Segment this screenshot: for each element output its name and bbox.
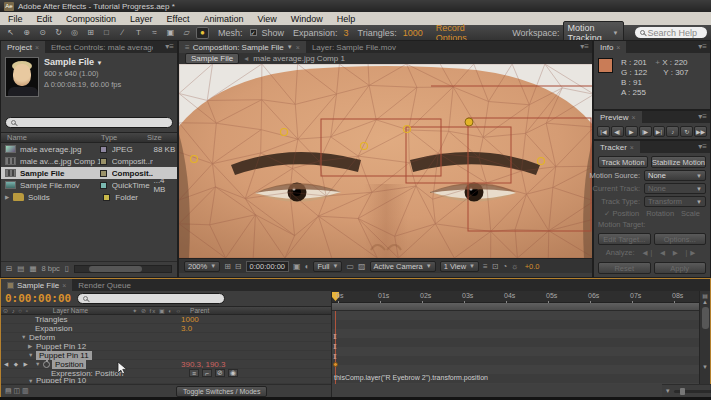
clone-stamp-tool[interactable]: ▣ xyxy=(164,27,177,39)
hand-tool[interactable]: ⊕ xyxy=(20,27,33,39)
panel-menu-icon[interactable]: ▾≡ xyxy=(698,42,707,51)
label-color-chip[interactable] xyxy=(103,194,110,201)
panel-menu-icon[interactable]: ▾≡ xyxy=(580,42,589,51)
prev-frame-button[interactable]: ◀| xyxy=(611,126,624,137)
exposure-value[interactable]: +0.0 xyxy=(525,262,540,271)
property-value[interactable]: 1000 xyxy=(181,315,199,324)
preview-item-name[interactable]: Sample File ▼ xyxy=(44,57,121,67)
track-motion-button[interactable]: Track Motion xyxy=(598,156,648,168)
transparency-grid-icon[interactable]: ▨ xyxy=(358,262,366,271)
options-button[interactable]: Options... xyxy=(654,233,707,245)
shape-tool[interactable]: □ xyxy=(100,27,113,39)
tab-tracker[interactable]: Tracker× xyxy=(594,141,640,153)
twirl-icon[interactable]: ▼ xyxy=(21,334,29,340)
interpret-footage-icon[interactable]: ⊟ xyxy=(6,264,12,273)
search-help-input[interactable]: Search Help xyxy=(635,27,707,38)
close-icon[interactable]: × xyxy=(62,282,66,289)
work-area-bar[interactable] xyxy=(332,303,701,311)
apply-button[interactable]: Apply xyxy=(654,262,707,274)
last-frame-button[interactable]: ▶| xyxy=(653,126,666,137)
project-item-solids[interactable]: ▶SolidsFolder xyxy=(1,191,177,203)
resolution-dropdown[interactable]: Full▼ xyxy=(313,261,342,272)
tab-timeline-comp[interactable]: Sample File× xyxy=(1,279,72,291)
tab-project[interactable]: Project× xyxy=(1,41,45,53)
view-layout-dropdown[interactable]: 1 View▼ xyxy=(440,261,479,272)
project-column-headers[interactable]: Name Type Size xyxy=(1,132,177,143)
project-item-sample-file[interactable]: Sample FileComposit..n xyxy=(1,167,177,179)
current-time-display[interactable]: 0:00:00:00 xyxy=(5,292,71,305)
timeline-zoom-slider[interactable] xyxy=(674,390,711,393)
menu-help[interactable]: Help xyxy=(337,14,356,24)
twirl-icon[interactable]: ▼ xyxy=(28,352,36,358)
twirl-icon[interactable]: ▼ xyxy=(28,378,36,384)
analyze-buttons[interactable]: ◀| ◀ ▶ |▶ xyxy=(642,249,698,257)
comp-marker-icon[interactable]: ▤ xyxy=(702,292,708,299)
menu-composition[interactable]: Composition xyxy=(66,14,116,24)
project-item-male-av-e-jpg-comp-1[interactable]: male av...e.jpg Comp 1Composit..n xyxy=(1,155,177,167)
puppet-pin-tool[interactable]: ● xyxy=(196,27,209,39)
tab-composition[interactable]: ≡ Composition: Sample File ▼ × xyxy=(179,41,306,53)
breadcrumb-parent[interactable]: male average.jpg Comp 1 xyxy=(253,54,345,63)
timeline-v-scrollbar[interactable]: ▤ ▲ ▼ xyxy=(699,291,710,384)
bit-depth-label[interactable]: 8 bpc xyxy=(41,264,59,273)
scroll-up-icon[interactable]: ▲ xyxy=(702,299,708,305)
layer-name-column[interactable]: Layer Name xyxy=(53,307,88,314)
menu-animation[interactable]: Animation xyxy=(203,14,243,24)
first-frame-button[interactable]: |◀ xyxy=(597,126,610,137)
unified-camera-tool[interactable]: ◎ xyxy=(68,27,81,39)
scale-checkbox[interactable]: Scale xyxy=(681,209,700,218)
scroll-down-icon[interactable]: ▼ xyxy=(702,364,708,370)
mesh-show-checkbox[interactable]: ✓ xyxy=(250,29,257,36)
track-type-dropdown[interactable]: Transform▼ xyxy=(644,196,706,207)
menu-file[interactable]: File xyxy=(8,14,23,24)
panel-menu-icon[interactable]: ▾≡ xyxy=(698,142,707,151)
selection-tool[interactable]: ↖ xyxy=(4,27,17,39)
twirl-icon[interactable]: ▼ xyxy=(35,361,43,367)
reset-button[interactable]: Reset xyxy=(598,262,651,274)
mask-visibility-icon[interactable]: ⊟ xyxy=(235,262,242,271)
toggle-switches-modes-button[interactable]: Toggle Switches / Modes xyxy=(176,386,267,397)
timeline-track-area[interactable]: 0s01s02s03s04s05s06s07s08s I I I thisCom… xyxy=(331,291,701,397)
ram-preview-button[interactable]: ▶▶ xyxy=(694,126,707,137)
project-item-male-average-jpg[interactable]: male average.jpgJPEG88 KB xyxy=(1,143,177,155)
property-value[interactable]: 3.0 xyxy=(181,324,192,333)
track-lanes[interactable]: I I I thisComp.layer("R Eyebrow 2").tran… xyxy=(332,311,701,384)
fast-preview-icon[interactable]: ◔ xyxy=(502,262,507,271)
tab-preview[interactable]: Preview× xyxy=(594,111,642,123)
label-color-chip[interactable] xyxy=(100,158,107,165)
timeline-search-input[interactable] xyxy=(77,293,225,304)
keyframe-icon[interactable] xyxy=(333,362,338,367)
property-value[interactable]: 390.3, 190.3 xyxy=(181,360,225,369)
tab-info[interactable]: Info× xyxy=(594,41,626,53)
motion-source-dropdown[interactable]: None▼ xyxy=(644,170,706,181)
brush-tool[interactable]: ≈ xyxy=(148,27,161,39)
pixel-aspect-icon[interactable]: ⊡ xyxy=(492,262,499,271)
expand-icons[interactable]: ▤ ◫ ▥ xyxy=(5,387,29,395)
project-h-scrollbar[interactable] xyxy=(74,265,172,273)
tab-render-queue[interactable]: Render Queue xyxy=(72,279,136,291)
menu-effect[interactable]: Effect xyxy=(167,14,190,24)
pan-behind-tool[interactable]: ⊞ xyxy=(84,27,97,39)
label-color-chip[interactable] xyxy=(100,146,107,153)
current-track-dropdown[interactable]: None▼ xyxy=(644,183,706,194)
time-ruler[interactable]: 0s01s02s03s04s05s06s07s08s xyxy=(332,291,701,303)
tab-layer[interactable]: Layer: Sample File.mov xyxy=(306,41,402,53)
menu-edit[interactable]: Edit xyxy=(37,14,53,24)
project-item-sample-file-mov[interactable]: Sample File.movQuickTime...4 MB xyxy=(1,179,177,191)
comp-timecode[interactable]: 0:00:00:00 xyxy=(246,261,289,272)
expansion-value[interactable]: 3 xyxy=(344,28,349,38)
pen-tool[interactable]: ∕ xyxy=(116,27,129,39)
camera-dropdown[interactable]: Active Camera▼ xyxy=(370,261,436,272)
exposure-icon[interactable]: ☼ xyxy=(511,262,518,271)
new-comp-icon[interactable]: ▦ xyxy=(29,264,36,273)
breadcrumb-current[interactable]: Sample File xyxy=(185,53,239,64)
menu-view[interactable]: View xyxy=(257,14,276,24)
safe-zones-icon[interactable]: ⊞ xyxy=(224,262,231,271)
expression-text[interactable]: thisComp.layer("R Eyebrow 2").transform.… xyxy=(334,374,488,381)
panel-menu-icon[interactable]: ▾≡ xyxy=(165,42,174,51)
play-button[interactable]: ▶ xyxy=(625,126,638,137)
label-color-chip[interactable] xyxy=(100,170,107,177)
twirl-icon[interactable]: ▶ xyxy=(28,343,36,349)
expression-buttons[interactable]: ≡⌐⊘◉ xyxy=(189,369,238,377)
composition-viewport[interactable] xyxy=(179,64,592,258)
